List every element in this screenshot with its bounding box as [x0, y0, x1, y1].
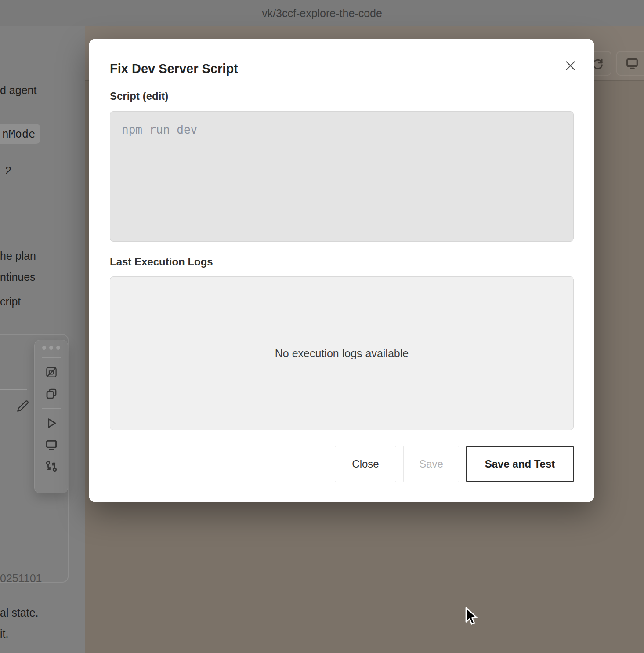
git-compare-icon[interactable]	[44, 459, 58, 473]
window-title: vk/3ccf-explore-the-code	[262, 7, 382, 20]
sidebar-text-fragment: al state.	[0, 606, 39, 619]
dialog-title: Fix Dev Server Script	[110, 62, 238, 76]
dialog-footer: Close Save Save and Test	[335, 446, 574, 482]
sidebar-text-fragment: cript	[0, 295, 21, 308]
code-badge-label: nMode	[2, 127, 35, 140]
divider	[42, 408, 61, 409]
divider	[42, 357, 61, 358]
sidebar-text-fragment: ntinues	[0, 271, 36, 283]
copy-icon[interactable]	[44, 387, 58, 401]
mouse-cursor	[463, 607, 480, 626]
code-badge: nMode	[0, 124, 40, 144]
sidebar-text-fragment: d agent	[0, 84, 36, 97]
save-and-test-button[interactable]: Save and Test	[466, 446, 574, 482]
monitor-icon	[625, 56, 639, 70]
close-button[interactable]: Close	[335, 446, 396, 482]
sidebar: d agent 2 he plan ntinues cript 0251101 …	[0, 26, 85, 653]
save-button[interactable]: Save	[403, 446, 459, 482]
execution-logs-panel: No execution logs available	[110, 276, 574, 430]
edit-pencil-icon[interactable]	[17, 400, 29, 412]
drag-handle-icon[interactable]	[42, 346, 60, 350]
script-label: Script (edit)	[110, 90, 168, 102]
monitor-icon[interactable]	[44, 438, 58, 452]
sidebar-text-fragment: 2	[5, 164, 11, 177]
logs-label: Last Execution Logs	[110, 256, 213, 268]
sidebar-text-fragment: it.	[0, 628, 8, 640]
floating-tool-palette	[34, 340, 68, 493]
sidebar-text-fragment: he plan	[0, 250, 36, 262]
play-icon[interactable]	[44, 416, 58, 430]
close-icon[interactable]	[561, 56, 579, 75]
preview-monitor-button[interactable]	[616, 51, 644, 76]
window-title-bar: vk/3ccf-explore-the-code	[0, 0, 644, 26]
divider	[0, 389, 27, 390]
screenshot-icon[interactable]	[44, 365, 58, 379]
fix-dev-server-script-dialog: Fix Dev Server Script Script (edit) Last…	[89, 39, 594, 502]
logs-empty-message: No execution logs available	[275, 347, 409, 360]
script-input[interactable]	[110, 111, 574, 242]
